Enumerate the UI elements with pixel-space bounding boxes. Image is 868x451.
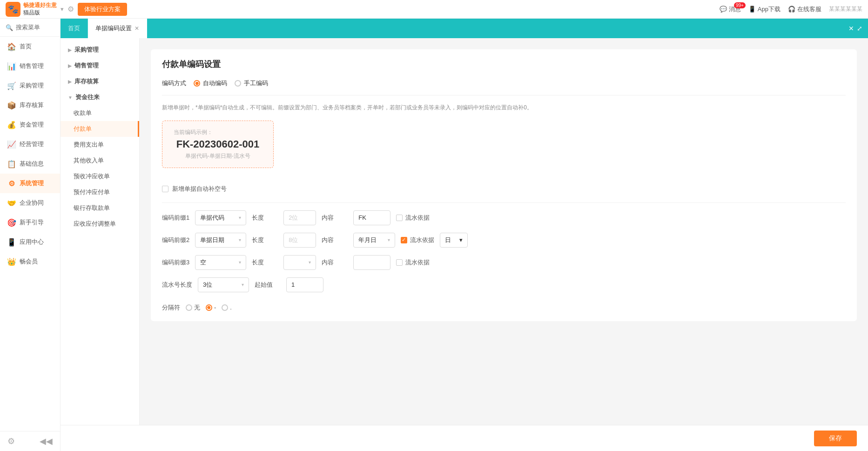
serial1-checkbox[interactable]: 流水依据 <box>396 214 430 222</box>
dropdown-arrow: ▾ <box>309 260 311 265</box>
online-service-label: 在线客服 <box>797 5 821 13</box>
prefix1-select[interactable]: 单据代码 ▾ <box>195 210 246 225</box>
online-service-btn[interactable]: 🎧 在线客服 <box>788 5 821 13</box>
start-val-input[interactable]: 1 <box>286 277 323 292</box>
serial2-checkbox[interactable]: 流水依据 <box>401 236 434 244</box>
sep-dash-radio[interactable]: - <box>206 304 216 311</box>
close-window-icon[interactable]: ✕ <box>848 25 854 32</box>
maximize-icon[interactable]: ⤢ <box>857 25 862 32</box>
sidebar-item-newbie[interactable]: 🎯 新手引导 <box>0 213 60 232</box>
group-sales: ▶ 销售管理 <box>61 58 139 74</box>
settings-card: 付款单编码设置 编码方式 自动编码 手工编码 <box>151 49 857 321</box>
content2-select[interactable]: 年月日 ▾ <box>353 233 395 248</box>
sep-dash-label: - <box>214 304 216 311</box>
main-layout: 🔍 搜索菜单 🏠 首页 📊 销售管理 🛒 采购管理 📦 库存核算 💰 <box>0 19 868 451</box>
message-btn[interactable]: 💬 消息 99+ <box>720 5 741 13</box>
sidebar-item-home[interactable]: 🏠 首页 <box>0 37 60 56</box>
sep-dot-radio[interactable]: . <box>222 304 232 311</box>
settings-icon[interactable]: ⚙ <box>67 5 74 13</box>
system-icon: ⚙ <box>7 179 16 188</box>
sidebar-search[interactable]: 🔍 搜索菜单 <box>0 19 60 37</box>
serial3-box <box>396 259 403 266</box>
tab-home-label: 首页 <box>68 24 80 33</box>
sidebar-item-basic[interactable]: 📋 基础信息 <box>0 154 60 174</box>
sidebar-item-sales[interactable]: 📊 销售管理 <box>0 56 60 76</box>
sidebar-bottom: ⚙ ◀◀ <box>0 431 60 451</box>
dropdown-arrow: ▾ <box>388 237 390 242</box>
sep-none-label: 无 <box>194 303 200 312</box>
group-purchase-title[interactable]: ▶ 采购管理 <box>61 42 139 58</box>
user-info[interactable]: 某某某某某某 <box>829 5 862 13</box>
sidebar-item-income[interactable]: 其他收入单 <box>61 153 139 168</box>
auto-encoding-radio[interactable]: 自动编码 <box>194 79 227 88</box>
serial-length-select[interactable]: 3位 ▾ <box>198 277 249 292</box>
save-button[interactable]: 保存 <box>814 431 857 446</box>
sidebar-item-expense[interactable]: 费用支出单 <box>61 137 139 153</box>
sidebar-item-business[interactable]: 📈 经营管理 <box>0 135 60 154</box>
sidebar-item-prepay-recv[interactable]: 预收冲应收单 <box>61 168 139 184</box>
sep-dot-label: . <box>230 304 232 311</box>
content3-input[interactable] <box>353 255 390 270</box>
sidebar-item-purchase[interactable]: 🛒 采购管理 <box>0 76 60 95</box>
manual-encoding-radio[interactable]: 手工编码 <box>235 79 268 88</box>
topbar: 🐾 畅捷通好生意 猫品版 ▾ ⚙ 体验行业方案 💬 消息 99+ 📱 App下载… <box>0 0 868 19</box>
tab-close-icon[interactable]: ✕ <box>135 25 139 32</box>
message-icon: 💬 <box>720 6 727 13</box>
prefix3-select[interactable]: 空 ▾ <box>195 255 246 270</box>
promo-button[interactable]: 体验行业方案 <box>78 3 127 16</box>
expand-icon: ▶ <box>68 79 72 84</box>
second-sidebar: ▶ 采购管理 ▶ 销售管理 ▶ 库存核算 <box>61 38 140 425</box>
length3-select[interactable]: ▾ <box>283 255 316 270</box>
sidebar-item-system[interactable]: ⚙ 系统管理 <box>0 174 60 193</box>
sep-none-radio[interactable]: 无 <box>186 303 200 312</box>
group-stock: ▶ 库存核算 <box>61 74 139 89</box>
sidebar-item-payment[interactable]: 付款单 <box>61 121 139 137</box>
sidebar-item-label: 新手引导 <box>20 218 44 227</box>
content1-input[interactable]: FK <box>353 210 390 225</box>
sidebar-item-stock[interactable]: 📦 库存核算 <box>0 95 60 115</box>
settings-bottom-icon[interactable]: ⚙ <box>7 436 15 446</box>
sep-dash-circle <box>206 304 212 311</box>
business-icon: 📈 <box>7 140 16 148</box>
prefix2-select[interactable]: 单据日期 ▾ <box>195 233 246 248</box>
prefix2-label: 编码前缀2 <box>162 236 189 244</box>
auto-fill-checkbox[interactable] <box>162 186 168 192</box>
preview-desc: 单据代码-单据日期-流水号 <box>174 152 262 160</box>
sidebar-item-prepay-pay[interactable]: 预付冲应付单 <box>61 184 139 200</box>
brand-text: 畅捷通好生意 猫品版 <box>23 2 57 16</box>
sidebar-item-enterprise[interactable]: 🤝 企业协同 <box>0 193 60 213</box>
page-title: 付款单编码设置 <box>162 59 846 70</box>
sidebar-item-label: 首页 <box>20 42 32 51</box>
group-label: 销售管理 <box>74 61 99 70</box>
dropdown-icon[interactable]: ▾ <box>61 6 64 13</box>
sidebar-item-apps[interactable]: 📱 应用中心 <box>0 232 60 252</box>
serial2-box <box>401 237 407 243</box>
sidebar-item-bank[interactable]: 银行存取款单 <box>61 200 139 216</box>
preview-section: 当前编码示例： FK-20230602-001 单据代码-单据日期-流水号 <box>162 121 846 177</box>
group-sales-title[interactable]: ▶ 销售管理 <box>61 58 139 74</box>
group-capital-title[interactable]: ▼ 资金往来 <box>61 89 139 105</box>
auto-fill-row: 新增单据自动补空号 <box>162 185 846 193</box>
sidebar-item-vip[interactable]: 👑 畅会员 <box>0 252 60 271</box>
newbie-icon: 🎯 <box>7 218 16 227</box>
content3-label: 内容 <box>322 258 348 267</box>
collapse-icon[interactable]: ◀◀ <box>40 436 53 446</box>
length2-label: 长度 <box>252 236 278 244</box>
sidebar-item-ap-adjust[interactable]: 应收应付调整单 <box>61 216 139 232</box>
group-stock-title[interactable]: ▶ 库存核算 <box>61 74 139 89</box>
serial-row: 流水号长度 3位 ▾ 起始值 1 <box>162 277 846 292</box>
brand-edition: 猫品版 <box>23 9 57 17</box>
length3-label: 长度 <box>252 258 278 267</box>
date-unit-select[interactable]: 日 ▾ <box>440 233 468 248</box>
finance-icon: 💰 <box>7 121 16 129</box>
sidebar-item-receipt[interactable]: 收款单 <box>61 105 139 121</box>
search-label: 搜索菜单 <box>16 23 40 32</box>
app-download-btn[interactable]: 📱 App下载 <box>748 5 781 13</box>
tabbar: 首页 单据编码设置 ✕ ✕ ⤢ <box>61 19 868 38</box>
serial3-checkbox[interactable]: 流水依据 <box>396 258 430 267</box>
sidebar-item-label: 系统管理 <box>20 179 44 188</box>
tab-home[interactable]: 首页 <box>61 19 88 38</box>
tab-encoding[interactable]: 单据编码设置 ✕ <box>88 19 147 38</box>
expand-icon: ▶ <box>68 47 72 53</box>
sidebar-item-finance[interactable]: 💰 资金管理 <box>0 115 60 135</box>
